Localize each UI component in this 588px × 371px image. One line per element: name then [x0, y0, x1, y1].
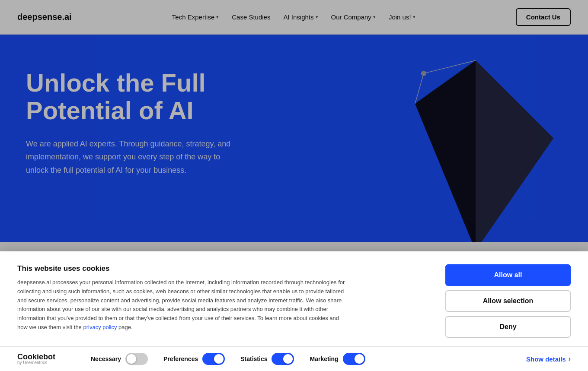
cookie-action-buttons: Allow all Allow selection Deny — [445, 264, 571, 276]
cookie-banner: This website uses cookies deepsense.ai p… — [0, 251, 588, 276]
cookie-content: This website uses cookies deepsense.ai p… — [17, 264, 428, 276]
cookie-banner-top: This website uses cookies deepsense.ai p… — [0, 251, 588, 276]
cookie-title: This website uses cookies — [17, 264, 428, 273]
cookie-overlay: This website uses cookies deepsense.ai p… — [0, 0, 588, 276]
allow-all-button[interactable]: Allow all — [445, 264, 571, 276]
